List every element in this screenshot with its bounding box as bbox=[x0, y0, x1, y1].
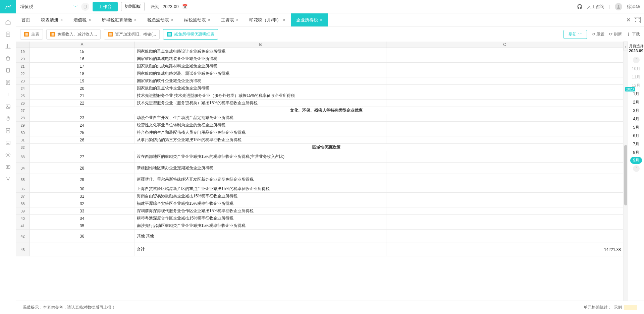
close-all-icon[interactable]: ✕ bbox=[626, 17, 631, 23]
tab-8[interactable]: 企业所得税× bbox=[291, 13, 328, 26]
sub-tab-1[interactable]: ▦免税收入、减计收入... bbox=[46, 29, 101, 40]
cell-c[interactable] bbox=[386, 92, 623, 99]
refresh-button[interactable]: ⟳刷新 bbox=[609, 32, 622, 37]
cell-c[interactable] bbox=[386, 85, 623, 92]
tab-5[interactable]: 纳税波动表× bbox=[179, 13, 216, 26]
image-icon[interactable] bbox=[0, 101, 16, 113]
col-header-a[interactable]: A bbox=[30, 42, 135, 48]
tab-2[interactable]: 增值税× bbox=[68, 13, 96, 26]
workbench-button[interactable]: 工作台 bbox=[93, 2, 118, 11]
calendar-icon[interactable]: 📅 bbox=[182, 4, 187, 9]
tab-4[interactable]: 税负波动表× bbox=[142, 13, 179, 26]
row-header[interactable]: 33 bbox=[16, 151, 30, 162]
chart-icon[interactable] bbox=[0, 40, 16, 52]
cell-b[interactable]: 其他 其他 bbox=[135, 230, 386, 243]
cell-a[interactable]: 36 bbox=[30, 230, 135, 243]
close-icon[interactable]: × bbox=[60, 18, 63, 22]
cell-a[interactable]: 21 bbox=[30, 92, 135, 99]
cell-c[interactable] bbox=[386, 63, 623, 70]
section-header[interactable]: 文化、环保、残疾人等特殊类型企业优惠 bbox=[30, 107, 623, 114]
row-header[interactable]: 37 bbox=[16, 193, 30, 200]
cell-b[interactable]: 横琴粤澳深度合作区企业减按15%税率征收企业所得税 bbox=[135, 215, 386, 222]
tab-7[interactable]: 印花税（月/季）× bbox=[244, 13, 291, 26]
month-option[interactable]: 6月 bbox=[628, 132, 644, 140]
cell-a[interactable]: 30 bbox=[30, 185, 135, 192]
row-header[interactable]: 36 bbox=[16, 185, 30, 192]
cell-a[interactable]: 15 bbox=[30, 48, 135, 55]
close-icon[interactable]: × bbox=[89, 18, 91, 22]
cell-c[interactable] bbox=[386, 55, 623, 62]
sub-tab-2[interactable]: ▦资产加速折旧、摊销(... bbox=[104, 29, 160, 40]
cell-b[interactable]: 合计 bbox=[135, 243, 386, 256]
cell-b[interactable]: 新疆困难地区新办企业定期减免企业所得税 bbox=[135, 163, 386, 174]
row-header[interactable]: 23 bbox=[16, 77, 30, 84]
cell-c[interactable] bbox=[386, 215, 623, 222]
row-header[interactable]: 19 bbox=[16, 48, 30, 55]
export-icon[interactable] bbox=[0, 125, 16, 137]
month-option[interactable]: 2月 bbox=[628, 98, 644, 107]
row-header[interactable]: 29 bbox=[16, 122, 30, 129]
month-option[interactable]: 7月 bbox=[628, 140, 644, 148]
tax-type-selector[interactable]: 增值税 ﹀ bbox=[20, 4, 78, 10]
doc-icon[interactable] bbox=[0, 28, 16, 40]
cell-c[interactable] bbox=[386, 122, 623, 129]
cell-a[interactable]: 27 bbox=[30, 151, 135, 162]
user-avatar[interactable] bbox=[615, 3, 622, 10]
cell-a[interactable]: 29 bbox=[30, 174, 135, 185]
row-header[interactable]: 24 bbox=[16, 85, 30, 92]
row-header[interactable]: 25 bbox=[16, 92, 30, 99]
note-icon[interactable] bbox=[81, 3, 89, 11]
cell-a[interactable]: 31 bbox=[30, 193, 135, 200]
cell-b[interactable]: 经营性文化事业单位转制为企业的免征企业所得税 bbox=[135, 122, 386, 129]
cell-a[interactable]: 24 bbox=[30, 122, 135, 129]
cell-a[interactable]: 34 bbox=[30, 215, 135, 222]
cell-b[interactable]: 上海自贸试验区临港新片区的重点产业企业减按15%的税率征收企业所得税 bbox=[135, 185, 386, 192]
cell-a[interactable]: 19 bbox=[30, 77, 135, 84]
cell-a[interactable]: 25 bbox=[30, 129, 135, 136]
cell-c[interactable] bbox=[386, 70, 623, 77]
close-icon[interactable]: × bbox=[171, 18, 173, 22]
cell-a[interactable]: 32 bbox=[30, 200, 135, 207]
collapse-month-panel[interactable]: › bbox=[623, 42, 628, 51]
month-option[interactable]: 11月 bbox=[632, 73, 640, 81]
cell-a[interactable]: 23 bbox=[30, 114, 135, 121]
row-header[interactable]: 32 bbox=[16, 144, 30, 151]
cell-b[interactable]: 深圳前海深港现代服务业合作区企业减按15%税率征收企业所得税 bbox=[135, 207, 386, 214]
hand-icon[interactable] bbox=[0, 113, 16, 125]
month-option[interactable]: 4月 bbox=[628, 115, 644, 123]
row-header[interactable]: 28 bbox=[16, 114, 30, 121]
cell-a[interactable]: 35 bbox=[30, 222, 135, 229]
cell-a[interactable]: 33 bbox=[30, 207, 135, 214]
close-icon[interactable]: × bbox=[208, 18, 210, 22]
calc-icon[interactable] bbox=[0, 76, 16, 88]
cell-c[interactable] bbox=[386, 207, 623, 214]
month-option[interactable]: 10月 bbox=[632, 65, 640, 73]
cell-b[interactable]: 国家鼓励的集成电路封装、测试企业减免企业所得税 bbox=[135, 70, 386, 77]
support-label[interactable]: 人工咨询 bbox=[587, 4, 604, 10]
tab-0[interactable]: 首页 bbox=[16, 13, 36, 26]
support-icon[interactable]: 🎧 bbox=[577, 4, 582, 9]
row-header[interactable]: 26 bbox=[16, 100, 30, 107]
row-header[interactable]: 22 bbox=[16, 70, 30, 77]
row-header[interactable]: 31 bbox=[16, 136, 30, 143]
cell-b[interactable]: 技术先进型服务企业 技术先进型服务企业（服务外包类）减按15%的税率征收企业所得… bbox=[135, 92, 386, 99]
cell-b[interactable]: 新疆喀什、霍尔果斯特殊经济开发区新办企业定期免征企业所得税 bbox=[135, 174, 386, 185]
cell-a[interactable]: 28 bbox=[30, 163, 135, 174]
cell-b[interactable]: 国家鼓励的集成电路装备企业减免企业所得税 bbox=[135, 55, 386, 62]
cell-b[interactable]: 技术先进型服务企业（服务贸易类）减按15%的税率征收企业所得税 bbox=[135, 100, 386, 107]
home-icon[interactable] bbox=[0, 16, 16, 28]
section-header[interactable]: 区域性优惠政策 bbox=[30, 144, 623, 151]
cell-b[interactable]: 南沙先行启动区鼓励类产业企业减按15%税率征收企业所得税 bbox=[135, 222, 386, 229]
bag-icon[interactable] bbox=[0, 52, 16, 64]
clipboard-icon[interactable] bbox=[0, 64, 16, 76]
cell-c[interactable] bbox=[386, 163, 623, 174]
month-option[interactable]: 3月 bbox=[628, 107, 644, 115]
cell-b[interactable]: 从事污染防治的第三方企业减按15%的税率征收企业所得税 bbox=[135, 136, 386, 143]
cell-c[interactable] bbox=[386, 77, 623, 84]
download-button[interactable]: ⭳下载 bbox=[627, 32, 640, 37]
month-option[interactable]: 9月 bbox=[630, 157, 642, 164]
settings-icon[interactable] bbox=[0, 149, 16, 161]
cell-b[interactable]: 国家鼓励的软件企业减免企业所得税 bbox=[135, 77, 386, 84]
cell-b[interactable]: 国家鼓励的重点软件企业减免企业所得税 bbox=[135, 85, 386, 92]
month-option[interactable]: 5月 bbox=[628, 123, 644, 132]
